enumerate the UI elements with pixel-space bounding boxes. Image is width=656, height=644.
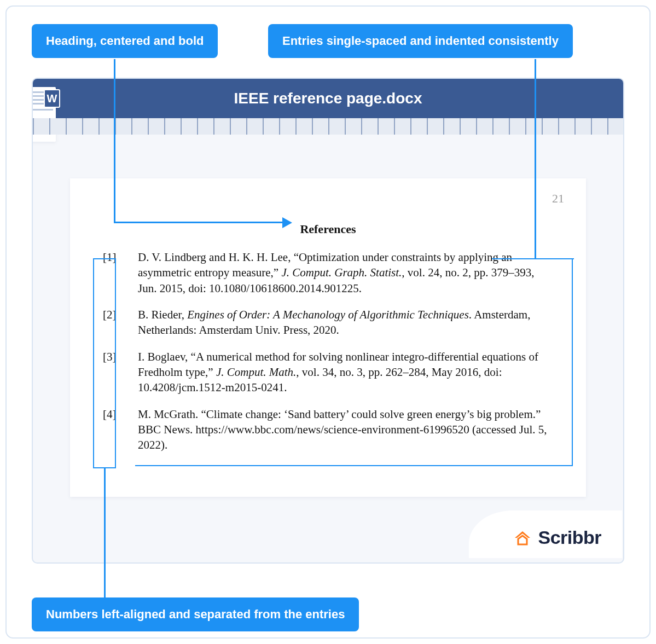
scribbr-badge: Scribbr — [469, 510, 622, 558]
numbers-highlight-box — [93, 258, 116, 468]
outer-frame: Heading, centered and bold Entries singl… — [5, 5, 651, 639]
entries-highlight-box — [135, 258, 573, 466]
callout-heading-text: Heading, centered and bold — [46, 34, 204, 48]
callout-entries: Entries single-spaced and indented consi… — [268, 24, 573, 58]
callout-numbers-text: Numbers left-aligned and separated from … — [46, 607, 345, 621]
scribbr-logo-icon — [513, 528, 532, 548]
references-heading: References — [103, 222, 553, 236]
anno-line — [104, 468, 106, 597]
word-icon-letter: W — [44, 89, 60, 108]
callout-heading: Heading, centered and bold — [32, 24, 218, 58]
callout-entries-text: Entries single-spaced and indented consi… — [282, 34, 559, 48]
anno-line — [492, 258, 574, 259]
arrowhead-icon — [282, 217, 292, 228]
anno-line — [114, 222, 283, 223]
callout-numbers: Numbers left-aligned and separated from … — [32, 597, 359, 631]
scribbr-name: Scribbr — [538, 527, 601, 548]
page-number: 21 — [552, 192, 564, 206]
word-icon: W — [44, 86, 71, 111]
anno-line — [535, 59, 536, 259]
document-title: IEEE reference page.docx — [44, 90, 612, 107]
anno-line — [114, 59, 115, 223]
